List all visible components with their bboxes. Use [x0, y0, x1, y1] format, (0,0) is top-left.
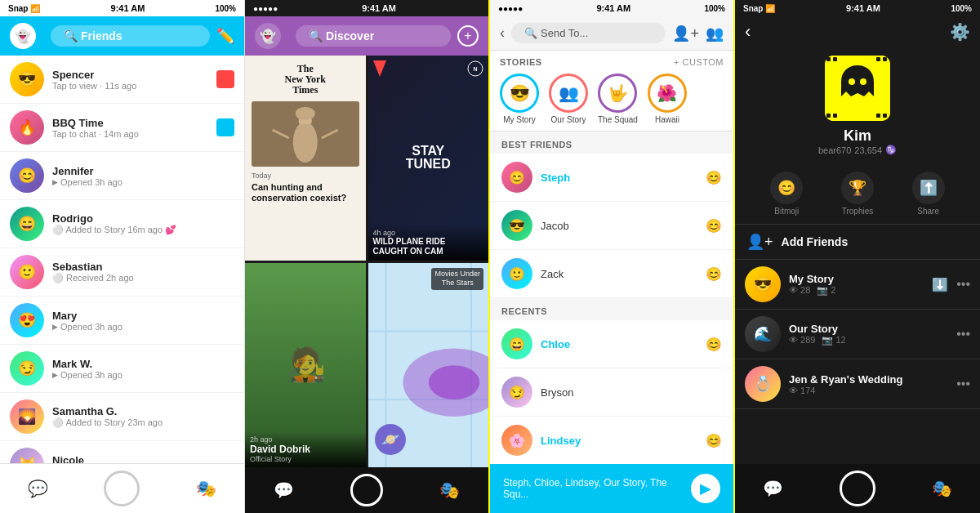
friend-item-mary[interactable]: 😍 Mary ▶ Opened 3h ago: [0, 297, 244, 345]
camera-btn-2[interactable]: [350, 474, 383, 506]
stay-tuned-card[interactable]: STAYTUNED N 4h ago WILD Plane RideCaught…: [368, 56, 489, 261]
friend-item-markw[interactable]: 😏 Mark W. ▶ Opened 3h ago: [0, 345, 244, 393]
chat-nav-icon[interactable]: 💬: [28, 479, 48, 498]
sendto-search[interactable]: 🔍 Send To...: [511, 23, 666, 43]
hawaii-story-thumb[interactable]: 🌺 Hawaii: [648, 74, 687, 124]
trophies-icon: 🏆: [841, 172, 874, 204]
contact-jacob[interactable]: 😎 Jacob 😊: [490, 202, 733, 250]
group-icon[interactable]: 👥: [706, 25, 724, 42]
my-story-item[interactable]: 😎 My Story 👁 28 📷 2 ⬇️ •••: [735, 260, 980, 310]
contact-chloe[interactable]: 😄 Chloe 😊: [490, 320, 733, 368]
avatar-mary: 😍: [10, 303, 44, 337]
our-story-more-icon[interactable]: •••: [956, 327, 970, 341]
map-card[interactable]: 🪐 Movies UnderThe Stars: [368, 263, 489, 468]
friend-info-jennifer: Jennifer ▶ Opened 3h ago: [52, 165, 234, 187]
svg-rect-18: [826, 57, 831, 61]
contact-steph[interactable]: 😊 Steph 😊: [490, 154, 733, 202]
zodiac-icon: ♑: [885, 145, 897, 155]
svg-point-17: [860, 78, 866, 85]
more-icon[interactable]: •••: [956, 277, 970, 292]
share-action[interactable]: ⬆️ Share: [912, 172, 945, 216]
nyt-card[interactable]: TheNew YorkTimes Today Can hunting and c…: [245, 56, 366, 261]
snapcode[interactable]: [825, 56, 890, 121]
our-story-thumb[interactable]: 👥 Our Story: [549, 74, 588, 124]
friend-name-bbq: BBQ Time: [52, 117, 216, 129]
profile-top: Kim bear670 23,654 ♑: [735, 47, 980, 163]
bitmoji-label: Bitmoji: [774, 207, 799, 216]
contact-bryson[interactable]: 😏 Bryson: [490, 368, 733, 417]
friend-name-markw: Mark W.: [52, 358, 234, 370]
chat-icon-4[interactable]: 💬: [763, 479, 783, 498]
friend-info-samantha: Samantha G. ⚪ Added to Story 23m ago: [52, 405, 234, 428]
my-story-meta: 👁 28 📷 2: [789, 285, 932, 296]
camera-btn-1[interactable]: [104, 471, 140, 506]
profile-back-icon[interactable]: ‹: [745, 21, 751, 42]
contact-zack[interactable]: 🙂 Zack 😊: [490, 250, 733, 298]
friends-search-bar[interactable]: 🔍 Friends: [51, 25, 210, 47]
wedding-story-item[interactable]: 💍 Jen & Ryan's Wedding 👁 174 •••: [735, 359, 980, 409]
sendto-search-icon: 🔍: [524, 27, 537, 39]
discover-search-icon: 🔍: [309, 29, 323, 42]
stories-icon-4[interactable]: 🎭: [932, 479, 952, 498]
david-overlay: 2h ago David Dobrik Official Story: [245, 431, 366, 467]
bitmoji-icon: 😊: [770, 172, 803, 204]
settings-icon[interactable]: ⚙️: [950, 22, 970, 42]
friend-item-spencer[interactable]: 😎 Spencer Tap to view · 11s ago: [0, 56, 244, 104]
avatar-samantha: 🌄: [10, 399, 44, 434]
contact-name-chloe: Chloe: [541, 338, 706, 350]
avatar-bryson: 😏: [501, 377, 532, 408]
add-friend-icon[interactable]: 👤+: [672, 25, 699, 42]
friend-item-nicole[interactable]: 😺 Nicole 2h ago: [0, 441, 244, 463]
bitmoji-action[interactable]: 😊 Bitmoji: [770, 172, 803, 216]
friend-item-sebastian[interactable]: 🙂 Sebastian ⚪ Received 2h ago: [0, 248, 244, 297]
svg-text:N: N: [473, 66, 477, 72]
our-story-label: Our Story: [551, 115, 586, 124]
friend-name-spencer: Spencer: [52, 69, 216, 81]
download-icon[interactable]: ⬇️: [932, 277, 948, 292]
nbc-logo: N: [467, 60, 483, 80]
compose-icon[interactable]: ✏️: [216, 27, 234, 45]
panel-sendto: ●●●●● 9:41 AM 100% ‹ 🔍 Send To... 👤+ 👥 S…: [490, 0, 735, 513]
discover-header-title: Discover: [326, 29, 374, 42]
wifi-icon: 📶: [30, 4, 40, 13]
nyt-time: Today: [252, 172, 359, 180]
profile-avatar-small[interactable]: 👻: [10, 23, 36, 49]
stories-nav-icon[interactable]: 🎭: [196, 479, 216, 498]
friend-item-bbq[interactable]: 🔥 BBQ Time Tap to chat · 14m ago: [0, 104, 244, 152]
chat-icon-2[interactable]: 💬: [274, 480, 294, 500]
wedding-more-icon[interactable]: •••: [956, 377, 970, 391]
david-time: 2h ago: [250, 435, 361, 444]
squad-story-thumb[interactable]: 🤟 The Squad: [598, 74, 638, 124]
svg-point-16: [849, 78, 855, 85]
add-friends-btn[interactable]: 👤+ Add Friends: [735, 225, 980, 260]
friends-header: 👻 🔍 Friends ✏️: [0, 16, 244, 56]
my-story-thumb[interactable]: 😎 My Story: [500, 74, 539, 124]
friend-info-sebastian: Sebastian ⚪ Received 2h ago: [52, 261, 234, 283]
friend-info-rodrigo: Rodrigo ⚪ Added to Story 16m ago 💕: [52, 212, 234, 235]
sendto-header: ‹ 🔍 Send To... 👤+ 👥: [490, 16, 733, 51]
search-icon: 🔍: [64, 29, 78, 42]
david-dobrik-card[interactable]: 🧑‍🎤 2h ago David Dobrik Official Story: [245, 263, 366, 468]
friend-item-rodrigo[interactable]: 😄 Rodrigo ⚪ Added to Story 16m ago 💕: [0, 200, 244, 248]
badge-steph: 😊: [706, 170, 722, 185]
svg-rect-22: [826, 114, 831, 118]
friend-item-samantha[interactable]: 🌄 Samantha G. ⚪ Added to Story 23m ago: [0, 393, 244, 441]
friend-item-jennifer[interactable]: 😊 Jennifer ▶ Opened 3h ago: [0, 152, 244, 200]
our-story-item[interactable]: 🌊 Our Story 👁 289 📷 12 •••: [735, 310, 980, 359]
camera-btn-4[interactable]: [840, 471, 875, 506]
contact-lindsey[interactable]: 🌸 Lindsey 😊: [490, 417, 733, 464]
add-icon[interactable]: +: [457, 25, 479, 47]
add-friends-text: Add Friends: [782, 235, 849, 248]
stay-tuned-bg: STAYTUNED N 4h ago WILD Plane RideCaught…: [368, 56, 489, 261]
recents-label: RECENTS: [501, 306, 547, 316]
discover-search-bar[interactable]: 🔍 Discover: [296, 25, 451, 47]
back-icon[interactable]: ‹: [500, 25, 505, 42]
stories-icon-2[interactable]: 🎭: [439, 480, 460, 500]
time-4: 9:41 AM: [846, 3, 880, 13]
discover-row-1: TheNew YorkTimes Today Can hunting and c…: [245, 56, 488, 261]
wedding-story-info: Jen & Ryan's Wedding 👁 174: [789, 373, 956, 395]
custom-btn[interactable]: + Custom: [674, 57, 724, 67]
trophies-action[interactable]: 🏆 Trophies: [841, 172, 874, 216]
bitmoji-small[interactable]: 👻: [255, 23, 281, 49]
send-button[interactable]: ▶: [691, 474, 720, 503]
